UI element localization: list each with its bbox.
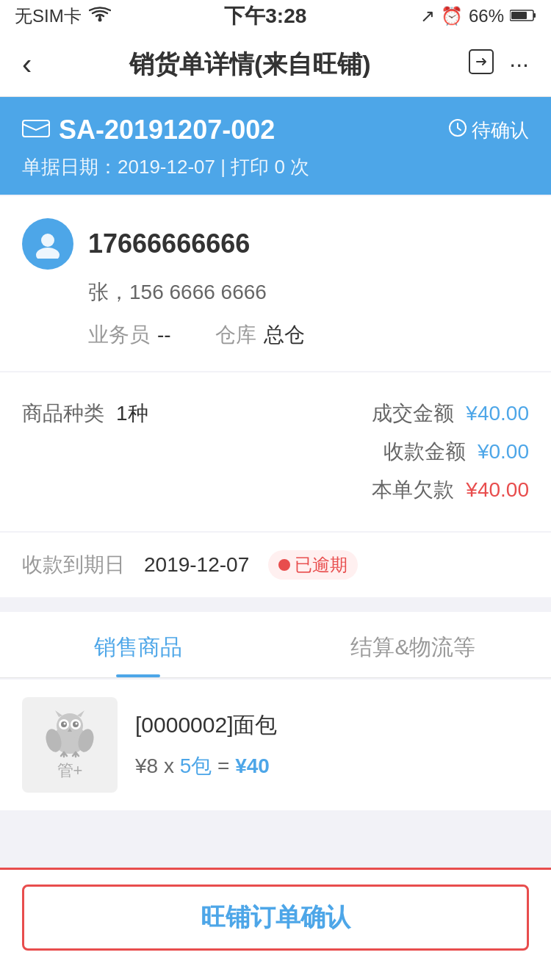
- svg-rect-3: [511, 12, 527, 19]
- nav-actions: ···: [468, 48, 529, 81]
- warehouse-label: 仓库: [215, 321, 256, 349]
- product-section: 管+ [0000002]面包 ¥8 x 5包 = ¥40: [0, 680, 551, 810]
- status-left: 无SIM卡: [15, 4, 111, 28]
- svg-marker-18: [55, 710, 62, 717]
- more-icon[interactable]: ···: [509, 51, 529, 78]
- tab-sales-products[interactable]: 销售商品: [0, 612, 276, 677]
- customer-row: 17666666666: [22, 218, 529, 270]
- wifi-icon: [89, 6, 111, 26]
- salesperson-item: 业务员 --: [88, 321, 171, 349]
- received-amount-label: 收款金额: [383, 433, 466, 471]
- summary-right: 成交金额 ¥40.00 收款金额 ¥0.00 本单欠款 ¥40.00: [372, 394, 529, 509]
- svg-point-13: [64, 723, 66, 725]
- product-owl-logo: 管+: [40, 708, 99, 782]
- customer-phone: 17666666666: [88, 228, 250, 259]
- salesperson-value: --: [157, 323, 171, 347]
- order-status: 待确认: [448, 118, 529, 143]
- status-right: ↗ ⏰ 66%: [420, 6, 536, 26]
- svg-point-16: [76, 723, 78, 725]
- share-icon[interactable]: [468, 48, 494, 81]
- deal-amount-label: 成交金额: [372, 394, 454, 433]
- confirm-order-button[interactable]: 旺铺订单确认: [22, 884, 529, 951]
- order-date: 单据日期：2019-12-07 | 打印 0 次: [22, 154, 529, 180]
- customer-meta: 业务员 -- 仓库 总仓: [88, 321, 529, 349]
- due-date-value: 2019-12-07: [144, 553, 249, 577]
- summary-section: 商品种类 1种 成交金额 ¥40.00 收款金额 ¥0.00 本单欠款 ¥40.…: [0, 372, 551, 531]
- svg-rect-5: [23, 120, 49, 137]
- nav-bar: ‹ 销货单详情(来自旺铺) ···: [0, 32, 551, 97]
- confirm-btn-container: 旺铺订单确认: [0, 868, 551, 980]
- product-name: [0000002]面包: [135, 710, 529, 741]
- svg-point-8: [36, 248, 60, 259]
- product-types-label: 商品种类: [22, 394, 104, 433]
- product-thumbnail: 管+: [22, 697, 118, 793]
- svg-rect-2: [533, 13, 536, 18]
- product-quantity: 5包: [180, 754, 212, 777]
- tabs-section: 销售商品 结算&物流等: [0, 612, 551, 678]
- location-icon: ↗: [420, 6, 435, 26]
- page-title: 销货单详情(来自旺铺): [32, 48, 468, 82]
- due-section: 收款到期日 2019-12-07 已逾期: [0, 533, 551, 597]
- product-total: ¥40: [235, 754, 270, 777]
- due-label: 收款到期日: [22, 551, 125, 579]
- overdue-text: 已逾期: [295, 553, 347, 577]
- back-button[interactable]: ‹: [22, 48, 32, 81]
- product-types-item: 商品种类 1种: [22, 394, 148, 433]
- product-types-value: 1种: [116, 394, 148, 433]
- brand-plus: 管+: [57, 760, 83, 782]
- battery-text: 66%: [469, 6, 504, 26]
- received-amount-value: ¥0.00: [478, 433, 529, 471]
- overdue-badge: 已逾期: [268, 550, 358, 580]
- order-id-row: SA-20191207-002 待确认: [22, 115, 529, 145]
- clock-icon: [448, 118, 467, 143]
- status-time: 下午3:28: [224, 2, 306, 30]
- customer-section: 17666666666 张，156 6666 6666 业务员 -- 仓库 总仓: [0, 196, 551, 371]
- deal-amount-item: 成交金额 ¥40.00: [372, 394, 529, 433]
- status-bar: 无SIM卡 下午3:28 ↗ ⏰ 66%: [0, 0, 551, 32]
- product-price-row: ¥8 x 5包 = ¥40: [135, 752, 529, 780]
- deal-amount-value: ¥40.00: [466, 394, 529, 433]
- received-amount-item: 收款金额 ¥0.00: [383, 433, 529, 471]
- order-id: SA-20191207-002: [22, 115, 275, 145]
- owed-amount-label: 本单欠款: [372, 471, 454, 509]
- owed-amount-value: ¥40.00: [466, 471, 529, 509]
- order-id-icon: [22, 115, 50, 145]
- svg-point-0: [98, 18, 101, 22]
- multiply-sign: x: [164, 754, 180, 777]
- equals-sign: =: [217, 754, 235, 777]
- tab-settlement-logistics[interactable]: 结算&物流等: [276, 612, 551, 677]
- carrier-text: 无SIM卡: [15, 4, 82, 28]
- alarm-icon: ⏰: [441, 6, 463, 26]
- tab-underline: [116, 674, 160, 677]
- warehouse-value: 总仓: [264, 321, 305, 349]
- owed-amount-item: 本单欠款 ¥40.00: [372, 471, 529, 509]
- order-header: SA-20191207-002 待确认 单据日期：2019-12-07 | 打印…: [0, 97, 551, 195]
- avatar: [22, 218, 73, 270]
- battery-icon: [510, 6, 536, 26]
- salesperson-label: 业务员: [88, 321, 150, 349]
- overdue-dot-icon: [278, 559, 290, 571]
- svg-marker-19: [77, 710, 84, 717]
- product-unit-price: ¥8: [135, 754, 158, 777]
- customer-name: 张，156 6666 6666: [88, 278, 529, 306]
- summary-left: 商品种类 1种: [22, 394, 148, 433]
- svg-point-7: [41, 234, 54, 247]
- warehouse-item: 仓库 总仓: [215, 321, 305, 349]
- product-info: [0000002]面包 ¥8 x 5包 = ¥40: [135, 710, 529, 780]
